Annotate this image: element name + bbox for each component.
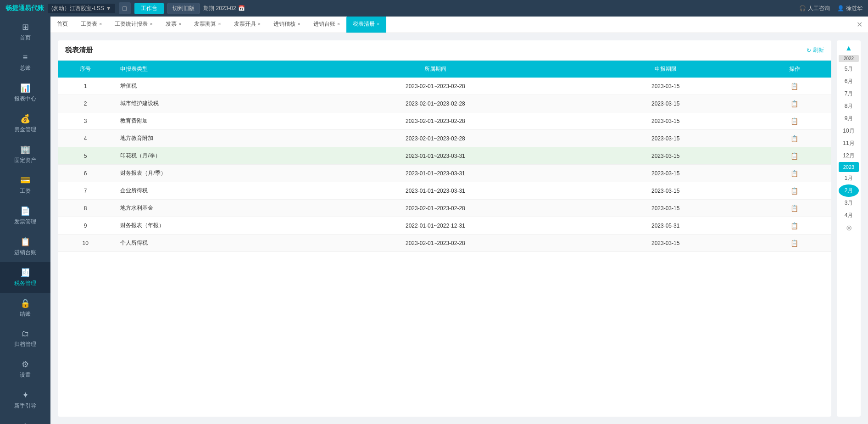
period-display: 期期 2023-02 📅: [203, 5, 245, 12]
refresh-label: 刷新: [813, 46, 824, 54]
cell-period: 2023-02-01~2023-02-28: [297, 95, 573, 112]
sidebar-item-invoices[interactable]: 📄 发票管理: [0, 201, 50, 231]
sidebar-label-funds: 资金管理: [14, 126, 36, 134]
calendar-icon[interactable]: 📅: [238, 5, 245, 11]
tab-bar-close-button[interactable]: ✕: [851, 20, 868, 29]
action-icon[interactable]: 📋: [790, 117, 798, 125]
month-2022-6[interactable]: 6月: [839, 75, 859, 88]
sidebar-label-reconcile: 进销台账: [14, 249, 36, 257]
cell-action[interactable]: 📋: [757, 78, 831, 95]
month-2023-2[interactable]: 2月: [839, 184, 859, 197]
wages-icon: 💳: [20, 175, 30, 185]
sidebar-item-reconcile[interactable]: 📋 进销台账: [0, 231, 50, 262]
month-2023-4[interactable]: 4月: [839, 209, 859, 222]
tab-close-tax-clearance[interactable]: ×: [377, 21, 379, 27]
sidebar-item-wages[interactable]: 💳 工资: [0, 170, 50, 201]
tab-home[interactable]: 首页: [50, 17, 74, 33]
cell-period: 2023-01-01~2023-03-31: [297, 147, 573, 165]
action-icon[interactable]: 📋: [790, 187, 798, 195]
period-nav-up-button[interactable]: ▲: [839, 42, 859, 54]
month-2022-10[interactable]: 10月: [839, 125, 859, 137]
cell-action[interactable]: 📋: [757, 217, 831, 234]
tab-wages-table[interactable]: 工资表 ×: [74, 17, 108, 33]
month-2022-9[interactable]: 9月: [839, 112, 859, 125]
month-2022-11[interactable]: 11月: [839, 137, 859, 150]
cell-no: 1: [58, 78, 113, 95]
cell-no: 6: [58, 165, 113, 182]
cell-action[interactable]: 📋: [757, 200, 831, 217]
table-row: 3教育费附加2023-02-01~2023-02-282023-03-15📋: [58, 112, 831, 130]
month-2023-1[interactable]: 1月: [839, 172, 859, 184]
month-2022-7[interactable]: 7月: [839, 88, 859, 100]
tab-close-wages-stats[interactable]: ×: [150, 21, 152, 27]
sidebar-item-home[interactable]: ⊞ 首页: [0, 17, 50, 47]
sidebar-item-settings[interactable]: ⚙ 设置: [0, 354, 50, 385]
tab-label-wages-table: 工资表: [81, 20, 97, 28]
sidebar-item-archive[interactable]: 🗂 归档管理: [0, 324, 50, 354]
sidebar-label-assets: 固定资产: [14, 156, 36, 164]
tab-invoices[interactable]: 发票 ×: [159, 17, 188, 33]
tab-invoice-calc[interactable]: 发票测算 ×: [188, 17, 227, 33]
table-row: 10个人所得税2023-02-01~2023-02-282023-03-15📋: [58, 234, 831, 252]
cell-deadline: 2023-03-15: [573, 200, 757, 217]
action-icon[interactable]: 📋: [790, 152, 798, 160]
tab-tax-clearance[interactable]: 税表清册 ×: [346, 17, 386, 33]
tab-close-invoice-calc[interactable]: ×: [218, 21, 221, 27]
cell-type: 城市维护建设税: [113, 95, 297, 112]
cell-period: 2023-01-01~2023-03-31: [297, 165, 573, 182]
cell-action[interactable]: 📋: [757, 234, 831, 252]
sidebar-label-newbie: 新手引导: [14, 402, 36, 410]
switch-old-version-button[interactable]: 切到旧版: [167, 3, 200, 14]
action-icon[interactable]: 📋: [790, 170, 798, 177]
tab-invoice-open[interactable]: 发票开具 ×: [228, 17, 267, 33]
tab-close-invoices[interactable]: ×: [178, 21, 181, 27]
sidebar-item-newbie[interactable]: ✦ 新手引导: [0, 385, 50, 415]
cell-action[interactable]: 📋: [757, 147, 831, 165]
panel-collapse-button[interactable]: ⊗: [839, 222, 859, 234]
cell-action[interactable]: 📋: [757, 95, 831, 112]
cell-type: 教育费附加: [113, 112, 297, 130]
action-icon[interactable]: 📋: [790, 100, 798, 107]
sidebar-item-ledger[interactable]: ≡ 总账: [0, 47, 50, 78]
sidebar-item-vip[interactable]: ◇ 畅会员: [0, 415, 50, 424]
main-panel: 税表清册 ↻ 刷新 序号 申报表类型 所属期间 申报期限: [58, 40, 831, 417]
cell-deadline: 2023-05-31: [573, 217, 757, 234]
company-selector[interactable]: (勿动）江西股宝-LSS ▼: [48, 4, 115, 13]
user-service-button[interactable]: 🎧 人工咨询: [799, 5, 830, 12]
cell-action[interactable]: 📋: [757, 165, 831, 182]
ledger-icon: ≡: [23, 53, 28, 62]
action-icon[interactable]: 📋: [790, 240, 798, 247]
month-2023-3[interactable]: 3月: [839, 197, 859, 209]
cell-period: 2023-01-01~2023-03-31: [297, 182, 573, 200]
action-icon[interactable]: 📋: [790, 83, 798, 90]
user-menu[interactable]: 👤 徐涟华: [837, 5, 862, 12]
workbench-button[interactable]: 工作台: [134, 3, 164, 14]
table-header-row: 序号 申报表类型 所属期间 申报期限 操作: [58, 61, 831, 78]
tab-close-purchase-check[interactable]: ×: [297, 21, 300, 27]
sidebar-label-archive: 归档管理: [14, 340, 36, 348]
sidebar-item-assets[interactable]: 🏢 固定资产: [0, 139, 50, 170]
month-2022-12[interactable]: 12月: [839, 150, 859, 162]
main-layout: ⊞ 首页 ≡ 总账 📊 报表中心 💰 资金管理 🏢 固定资产 💳 工资 📄 发票…: [0, 17, 868, 424]
cell-action[interactable]: 📋: [757, 182, 831, 200]
action-icon[interactable]: 📋: [790, 135, 798, 142]
tab-close-wages-table[interactable]: ×: [99, 21, 102, 27]
sidebar-item-close[interactable]: 🔒 结账: [0, 293, 50, 324]
tab-purchase-check[interactable]: 进销稽核 ×: [267, 17, 306, 33]
refresh-button[interactable]: ↻ 刷新: [807, 46, 824, 54]
cell-action[interactable]: 📋: [757, 112, 831, 130]
company-edit-button[interactable]: □: [119, 2, 131, 14]
month-2022-8[interactable]: 8月: [839, 100, 859, 112]
tab-close-invoice-open[interactable]: ×: [258, 21, 261, 27]
sidebar-item-tax[interactable]: 🧾 税务管理: [0, 262, 50, 293]
period-value: 2023-02: [216, 5, 236, 11]
action-icon[interactable]: 📋: [790, 205, 798, 212]
cell-action[interactable]: 📋: [757, 130, 831, 147]
tab-purchase-ledger[interactable]: 进销台账 ×: [307, 17, 346, 33]
tab-close-purchase-ledger[interactable]: ×: [337, 21, 340, 27]
tab-wages-stats[interactable]: 工资统计报表 ×: [108, 17, 159, 33]
sidebar-item-funds[interactable]: 💰 资金管理: [0, 108, 50, 139]
month-2022-5[interactable]: 5月: [839, 63, 859, 75]
sidebar-item-reports[interactable]: 📊 报表中心: [0, 78, 50, 108]
action-icon[interactable]: 📋: [790, 222, 798, 229]
